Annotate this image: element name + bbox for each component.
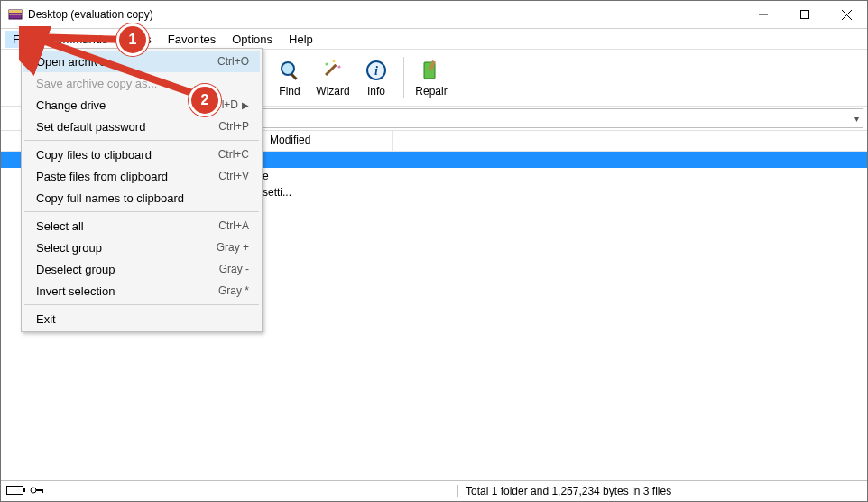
menu-commands[interactable]: Commands (40, 31, 115, 48)
file-menu-dropdown: Open archive Ctrl+O Save archive copy as… (21, 48, 263, 332)
menu-item-copy-files[interactable]: Copy files to clipboard Ctrl+C (23, 144, 260, 165)
magnifier-icon (277, 58, 302, 83)
svg-rect-17 (7, 487, 23, 495)
menu-favorites[interactable]: Favorites (160, 31, 224, 48)
menu-item-exit[interactable]: Exit (23, 308, 260, 330)
svg-rect-1 (9, 10, 22, 13)
battery-icon (6, 485, 26, 497)
toolbar-separator (403, 57, 404, 98)
maximize-button[interactable] (784, 1, 826, 28)
winrar-icon (8, 7, 23, 22)
menu-item-change-drive[interactable]: Change drive Ctrl+D ▶ (23, 94, 260, 116)
svg-point-12 (337, 65, 340, 68)
svg-point-7 (282, 62, 294, 75)
toolbar-info[interactable]: i Info (355, 53, 398, 102)
info-icon: i (364, 58, 389, 83)
svg-point-11 (333, 60, 336, 63)
menu-options[interactable]: Options (224, 31, 281, 48)
close-button[interactable] (826, 1, 867, 28)
toolbar-wizard[interactable]: Wizard (311, 53, 355, 102)
menu-item-save-copy: Save archive copy as... (23, 72, 260, 94)
menu-item-paste-files[interactable]: Paste files from clipboard Ctrl+V (23, 165, 260, 187)
menu-separator (24, 211, 259, 212)
minimize-button[interactable] (743, 1, 784, 28)
toolbar-info-label: Info (367, 85, 385, 98)
menu-item-open-archive[interactable]: Open archive Ctrl+O (23, 51, 260, 72)
menu-file[interactable]: File (5, 31, 40, 48)
submenu-arrow-icon: ▶ (242, 100, 249, 110)
toolbar-find-label: Find (279, 85, 300, 98)
menu-item-select-group[interactable]: Select group Gray + (23, 237, 260, 258)
svg-rect-21 (42, 489, 43, 493)
toolbar-repair[interactable]: Repair (410, 53, 453, 102)
menu-separator (24, 304, 259, 305)
status-text: Total 1 folder and 1,257,234 bytes in 3 … (457, 485, 867, 497)
menu-item-select-all[interactable]: Select all Ctrl+A (23, 215, 260, 237)
menu-item-copy-names[interactable]: Copy full names to clipboard (23, 187, 260, 209)
svg-rect-4 (801, 11, 809, 19)
menu-separator (24, 140, 259, 141)
svg-text:i: i (374, 64, 378, 78)
svg-rect-8 (291, 73, 298, 80)
toolbar-wizard-label: Wizard (316, 85, 349, 98)
svg-rect-18 (23, 488, 25, 492)
menu-item-default-password[interactable]: Set default password Ctrl+P (23, 116, 260, 137)
status-left (1, 485, 457, 497)
svg-point-10 (325, 62, 328, 65)
menu-bar: File Commands Tools Favorites Options He… (1, 29, 867, 49)
menu-help[interactable]: Help (281, 31, 321, 48)
address-combo[interactable]: ▾ (261, 108, 863, 128)
key-icon (30, 485, 44, 497)
toolbar-repair-label: Repair (415, 85, 447, 98)
app-window: Desktop (evaluation copy) File Commands … (0, 0, 868, 502)
column-modified[interactable]: Modified (263, 131, 393, 151)
svg-rect-9 (325, 64, 337, 76)
chevron-down-icon: ▾ (854, 114, 859, 124)
status-bar: Total 1 folder and 1,257,234 bytes in 3 … (1, 480, 867, 501)
repair-icon (419, 58, 444, 83)
title-bar: Desktop (evaluation copy) (1, 1, 867, 29)
wand-icon (320, 58, 346, 83)
svg-point-19 (31, 488, 36, 493)
window-title: Desktop (evaluation copy) (28, 8, 153, 21)
menu-item-invert[interactable]: Invert selection Gray * (23, 280, 260, 302)
menu-item-deselect-group[interactable]: Deselect group Gray - (23, 258, 260, 280)
toolbar-find[interactable]: Find (268, 53, 311, 102)
menu-tools[interactable]: Tools (115, 31, 159, 48)
